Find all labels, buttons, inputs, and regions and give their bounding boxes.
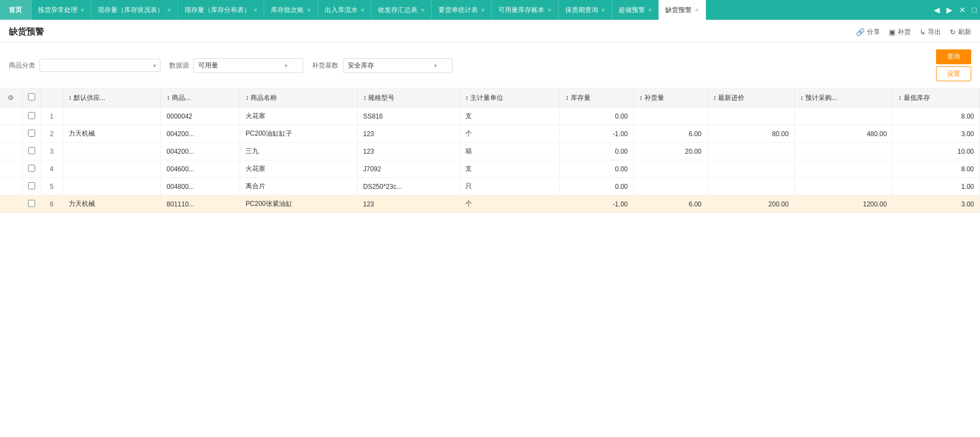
select-all-checkbox[interactable] — [28, 93, 35, 100]
th-stock-qty: ↕ 库存量 — [560, 88, 633, 108]
row-checkbox[interactable] — [28, 200, 35, 207]
td-unit: 个 — [459, 195, 560, 213]
td-latest-price — [708, 143, 795, 160]
tab-available-ledger[interactable]: 可用量库存账本 × — [492, 0, 558, 20]
row-checkbox[interactable] — [28, 147, 35, 154]
row-checkbox[interactable] — [28, 165, 35, 172]
th-est-purchase: ↕ 预计采购... — [794, 88, 893, 108]
tab-close-icon[interactable]: × — [695, 7, 698, 13]
td-stock-qty: -1.00 — [560, 195, 633, 213]
tab-close-icon[interactable]: × — [421, 7, 424, 13]
refresh-icon: ↻ — [950, 28, 956, 36]
th-default-supplier-label: ↕ 默认供应... — [69, 94, 105, 102]
tab-close-icon[interactable]: × — [548, 7, 551, 13]
row-checkbox[interactable] — [28, 182, 35, 189]
tab-label: 出入库流水 — [325, 5, 358, 15]
td-product-name: PC200张紧油缸 — [240, 195, 358, 213]
td-latest-price: 200.00 — [708, 195, 795, 213]
td-spec: SS816 — [358, 108, 460, 125]
restock-basis-select[interactable]: 安全库存 ▾ — [343, 58, 453, 73]
td-product-code: 004800... — [161, 178, 240, 195]
td-checkbox — [22, 195, 41, 213]
tab-expiry-query[interactable]: 保质期查询 × — [559, 0, 612, 20]
td-unit: 支 — [459, 160, 560, 178]
th-settings: ⚙ — [0, 88, 22, 108]
tab-receipt-summary[interactable]: 收发存汇总表 × — [371, 0, 431, 20]
th-default-supplier: ↕ 默认供应... — [63, 88, 161, 108]
share-button[interactable]: 🔗 分享 — [856, 27, 880, 37]
td-est-purchase — [794, 178, 893, 195]
th-product-name-label: ↕ 商品名称 — [246, 94, 277, 102]
tab-close-icon[interactable]: × — [602, 7, 605, 13]
refresh-button[interactable]: ↻ 刷新 — [950, 27, 971, 37]
tab-prev-button[interactable]: ◀ — [931, 0, 943, 20]
td-default-supplier — [63, 178, 161, 195]
settings-button[interactable]: 设置 — [936, 66, 971, 81]
tab-req-stats[interactable]: 要货单统计表 × — [432, 0, 492, 20]
tab-home[interactable]: 首页 — [0, 0, 31, 20]
th-product-name: ↕ 商品名称 — [240, 88, 358, 108]
category-select[interactable] — [40, 59, 160, 72]
td-product-name: 火花塞 — [240, 108, 358, 125]
tab-label: 缺货预警 — [665, 5, 692, 15]
restock-basis-filter-group: 补货基数 安全库存 ▾ — [312, 58, 453, 73]
export-button[interactable]: ↳ 导出 — [920, 27, 941, 37]
td-product-name: PC200油缸缸子 — [240, 125, 358, 143]
td-unit: 支 — [459, 108, 560, 125]
restock-button[interactable]: ▣ 补货 — [889, 27, 911, 37]
td-seq: 6 — [41, 195, 63, 213]
td-default-supplier: 力天机械 — [63, 125, 161, 143]
row-checkbox[interactable] — [28, 112, 35, 119]
refresh-label: 刷新 — [958, 27, 971, 37]
th-unit: ↕ 主计量单位 — [459, 88, 560, 108]
tab-shortage[interactable]: 缺货预警 × — [659, 0, 705, 20]
tab-close-icon[interactable]: × — [254, 7, 257, 13]
category-label: 商品分类 — [9, 61, 35, 70]
row-checkbox[interactable] — [28, 130, 35, 137]
tab-close-all-button[interactable]: ✕ — [956, 0, 969, 20]
tab-label: 超储预警 — [619, 5, 645, 15]
tab-close-icon[interactable]: × — [361, 7, 364, 13]
tab-close-icon[interactable]: × — [167, 7, 170, 13]
column-settings-icon[interactable]: ⚙ — [6, 93, 16, 103]
tab-expand-button[interactable]: □ — [969, 0, 980, 20]
td-seq: 1 — [41, 108, 63, 125]
td-checkbox — [22, 125, 41, 143]
td-settings — [0, 178, 22, 195]
tab-inout-flow[interactable]: 出入库流水 × — [318, 0, 371, 20]
tab-label: 拣货异常处理 — [38, 5, 77, 15]
th-product-code: ↕ 商品... — [161, 88, 240, 108]
td-unit: 只 — [459, 178, 560, 195]
td-min-stock: 8.00 — [893, 160, 980, 178]
datasource-select[interactable]: 可用量 ▾ — [193, 58, 303, 73]
td-stock-qty: 0.00 — [560, 160, 633, 178]
td-est-purchase: 480.00 — [794, 125, 893, 143]
share-label: 分享 — [867, 27, 880, 37]
query-button[interactable]: 查询 — [936, 49, 971, 64]
td-stock-qty: 0.00 — [560, 143, 633, 160]
tab-abnormal[interactable]: 拣货异常处理 × — [31, 0, 91, 20]
th-restock-qty-label: ↕ 补货量 — [639, 94, 664, 102]
td-default-supplier — [63, 160, 161, 178]
td-seq: 5 — [41, 178, 63, 195]
td-min-stock: 3.00 — [893, 125, 980, 143]
td-restock-qty — [633, 178, 707, 195]
td-checkbox — [22, 143, 41, 160]
tab-next-button[interactable]: ▶ — [943, 0, 956, 20]
tab-batch-account[interactable]: 库存批次账 × — [264, 0, 318, 20]
tab-overstock[interactable]: 超储预警 × — [612, 0, 659, 20]
td-latest-price — [708, 178, 795, 195]
th-checkbox — [22, 88, 41, 108]
td-default-supplier — [63, 143, 161, 160]
tab-close-icon[interactable]: × — [648, 7, 652, 13]
td-product-name: 火花塞 — [240, 160, 358, 178]
tab-close-icon[interactable]: × — [81, 7, 84, 13]
tab-close-icon[interactable]: × — [307, 7, 310, 13]
td-checkbox — [22, 178, 41, 195]
td-settings — [0, 143, 22, 160]
td-restock-qty: 6.00 — [633, 125, 707, 143]
tab-close-icon[interactable]: × — [481, 7, 485, 13]
tab-inventory-status[interactable]: 现存量（库存状况表） × — [91, 0, 177, 20]
export-label: 导出 — [928, 27, 941, 37]
tab-inventory-dist[interactable]: 现存量（库存分布表） × — [178, 0, 264, 20]
